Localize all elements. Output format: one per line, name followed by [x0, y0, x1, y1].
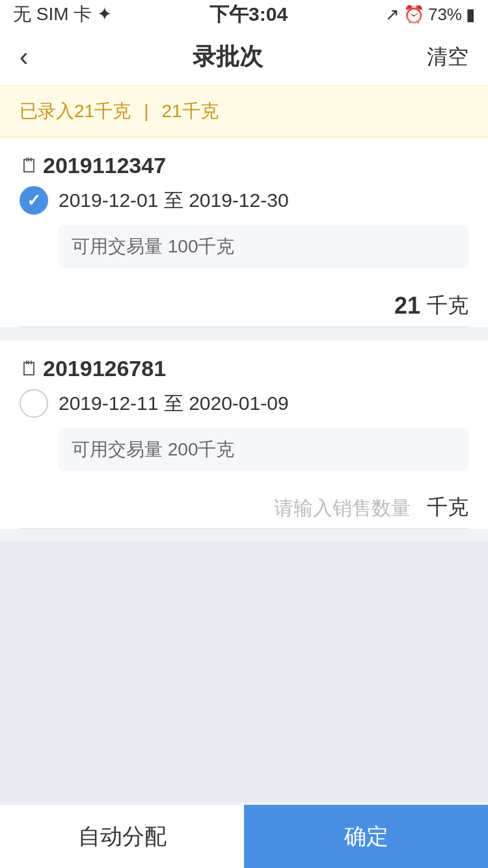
batch-id-row-2: 🗒 2019126781	[20, 356, 468, 381]
batch-radio-2[interactable]	[20, 389, 48, 418]
status-bar: 无 SIM 卡 ✦ 下午3:04 ↗ ⏰ 73% ▮	[0, 0, 488, 29]
batch-avail-1: 可用交易量 100千克	[59, 225, 468, 268]
background-area	[0, 542, 488, 802]
info-divider: |	[144, 101, 148, 122]
location-icon: ↗	[385, 5, 400, 25]
sale-quantity-input[interactable]	[238, 496, 420, 520]
batch-date-1: 2019-12-01 至 2019-12-30	[59, 187, 289, 214]
input-row-2: 千克	[0, 484, 488, 522]
sim-label: 无 SIM 卡 ✦	[13, 2, 112, 27]
amount-divider-1	[20, 327, 468, 327]
status-left: 无 SIM 卡 ✦	[13, 2, 112, 27]
batch-card-2-content: 🗒 2019126781 2019-12-11 至 2020-01-09 可用交…	[0, 340, 488, 484]
amount-row-1: 21 千克	[0, 281, 488, 320]
info-recorded: 已录入21千克	[20, 99, 131, 124]
back-button[interactable]: ‹	[20, 42, 28, 72]
confirm-button[interactable]: 确定	[244, 805, 488, 868]
batch-date-row-1: 2019-12-01 至 2019-12-30	[20, 186, 468, 215]
batch-date-row-2: 2019-12-11 至 2020-01-09	[20, 389, 468, 418]
status-right: ↗ ⏰ 73% ▮	[385, 5, 475, 25]
auto-distribute-button[interactable]: 自动分配	[0, 805, 244, 868]
batch-avail-2: 可用交易量 200千克	[59, 428, 468, 471]
page-title: 录批次	[193, 41, 263, 73]
batch-radio-1[interactable]	[20, 186, 48, 215]
nav-bar: ‹ 录批次 清空	[0, 29, 488, 86]
batch-card-1: 🗒 2019112347 2019-12-01 至 2019-12-30 可用交…	[0, 137, 488, 327]
amount-unit-1: 千克	[427, 292, 468, 320]
status-time: 下午3:04	[210, 1, 288, 28]
info-bar: 已录入21千克 | 21千克	[0, 86, 488, 137]
main-content: 🗒 2019112347 2019-12-01 至 2019-12-30 可用交…	[0, 137, 488, 867]
info-value: 21千克	[161, 99, 218, 124]
batch-icon-1: 🗒	[20, 155, 39, 177]
batch-id-2: 2019126781	[43, 356, 166, 381]
alarm-icon: ⏰	[403, 5, 424, 25]
bottom-bar: 自动分配 确定	[0, 804, 488, 868]
input-unit-2: 千克	[427, 493, 468, 522]
battery-icon: ▮	[466, 5, 475, 25]
battery-label: 73%	[428, 5, 462, 25]
amount-value-1: 21	[394, 292, 420, 319]
batch-id-row-1: 🗒 2019112347	[20, 153, 468, 178]
clear-button[interactable]: 清空	[427, 43, 468, 72]
batch-card-2: 🗒 2019126781 2019-12-11 至 2020-01-09 可用交…	[0, 340, 488, 529]
batch-date-2: 2019-12-11 至 2020-01-09	[59, 390, 289, 417]
batch-card-1-content: 🗒 2019112347 2019-12-01 至 2019-12-30 可用交…	[0, 137, 488, 281]
input-divider-2	[20, 528, 468, 529]
batch-icon-2: 🗒	[20, 358, 39, 380]
batch-id-1: 2019112347	[43, 153, 166, 178]
